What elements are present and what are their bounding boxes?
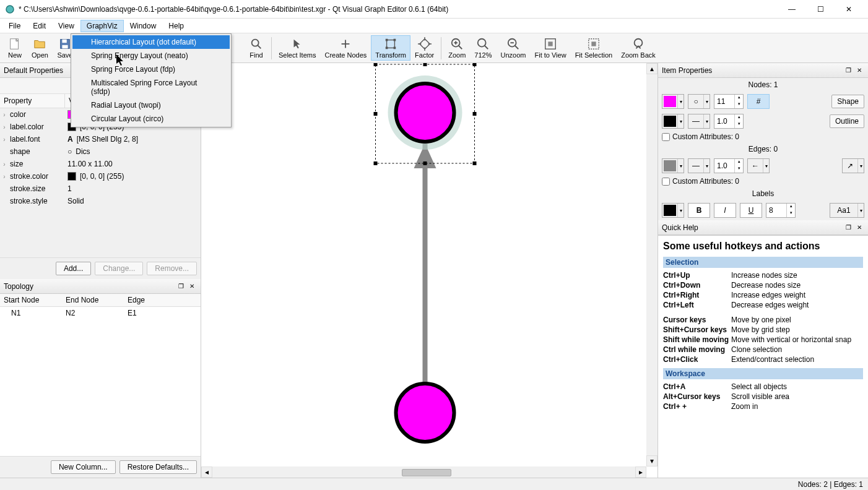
remove-prop-button[interactable]: Remove... (147, 262, 197, 275)
edge-custom-attrs-check[interactable] (662, 178, 670, 186)
svg-line-21 (515, 46, 519, 49)
edge-style[interactable]: —▾ (688, 158, 710, 173)
stroke-style[interactable]: —▾ (688, 114, 710, 129)
topology-columns: Start Node End Node Edge (0, 294, 201, 307)
tb-zoom-pct[interactable]: 712% (470, 35, 496, 61)
quickhelp-body[interactable]: Some useful hotkeys and actions Selectio… (658, 235, 868, 478)
window-title: * C:\Users\Ashwin\Downloads\qvge-0.6.1-p… (19, 5, 778, 14)
svg-line-19 (485, 46, 488, 49)
tb-find[interactable]: Find (244, 35, 269, 61)
graph-canvas[interactable]: ▴ ▾ ◂ ▸ (201, 63, 658, 478)
menu-view[interactable]: View (52, 20, 80, 32)
menu-edit[interactable]: Edit (27, 20, 52, 32)
add-prop-button[interactable]: Add... (56, 262, 91, 275)
tb-fit-selection[interactable]: Fit Selection (571, 35, 617, 61)
menu-help[interactable]: Help (162, 20, 190, 32)
italic-button[interactable]: I (714, 203, 736, 218)
prop-row[interactable]: ›stroke.color[0, 0, 0] (255) (0, 170, 201, 183)
topology-float-icon[interactable]: ❐ (176, 282, 186, 291)
svg-rect-11 (394, 39, 396, 41)
underline-button[interactable]: U (740, 203, 762, 218)
quickhelp-close-icon[interactable]: ✕ (854, 223, 864, 233)
edge-color[interactable]: ▾ (662, 158, 684, 173)
prop-row[interactable]: shape○Dics (0, 145, 201, 158)
canvas-scrollbar-v[interactable]: ▴ ▾ (646, 63, 658, 466)
prop-row[interactable]: ›size11.00 x 11.00 (0, 158, 201, 170)
node-shape-icon[interactable]: ○▾ (688, 94, 710, 109)
svg-rect-45 (423, 161, 427, 165)
itemprops-float-icon[interactable]: ❐ (843, 66, 853, 75)
svg-point-18 (478, 39, 486, 47)
dd-radial[interactable]: Radial Layout (twopi) (72, 98, 230, 112)
tb-new[interactable]: New (2, 35, 27, 61)
dd-multiscaled[interactable]: Multiscaled Spring Force Layout (sfdp) (72, 76, 230, 98)
hash-toggle[interactable]: # (747, 94, 770, 109)
tb-create-nodes[interactable]: Create Nodes (320, 35, 371, 61)
menu-window[interactable]: Window (124, 20, 163, 32)
stroke-color[interactable]: ▾ (662, 114, 684, 129)
quickhelp-row: Ctrl+ +Zoom in (663, 402, 863, 411)
bold-button[interactable]: B (688, 203, 710, 218)
label-color[interactable]: ▾ (662, 203, 684, 218)
new-column-button[interactable]: New Column... (51, 460, 116, 474)
canvas-scrollbar-h[interactable]: ◂ ▸ (201, 466, 646, 478)
prop-row[interactable]: stroke.size1 (0, 183, 201, 195)
svg-line-6 (258, 45, 261, 49)
menu-bar: File Edit View GraphViz Window Help (0, 19, 868, 33)
edge-arrow-end[interactable]: ↗▾ (842, 158, 864, 173)
node-custom-attrs-check[interactable] (662, 133, 670, 141)
svg-rect-44 (374, 161, 378, 165)
prop-row[interactable]: ›label.fontA[MS Shell Dlg 2, 8] (0, 133, 201, 145)
close-button[interactable]: ✕ (835, 0, 863, 19)
dd-hierarchical[interactable]: Hierarchical Layout (dot default) (72, 35, 230, 49)
svg-point-35 (396, 384, 454, 442)
edge-width-spin[interactable]: ▴▾ (714, 158, 744, 173)
svg-rect-43 (473, 112, 477, 116)
svg-rect-3 (62, 40, 66, 43)
menu-file[interactable]: File (2, 20, 27, 32)
dd-spring-force[interactable]: Spring Force Layout (fdp) (72, 62, 230, 76)
restore-defaults-button[interactable]: Restore Defaults... (119, 460, 197, 474)
tb-zoom[interactable]: Zoom (444, 35, 470, 61)
topology-rows: N1N2E1 (0, 307, 201, 456)
stroke-width-spin[interactable]: ▴▾ (714, 114, 744, 129)
quickhelp-row: Ctrl+UpIncrease nodes size (663, 270, 863, 280)
right-panel: Item Properties ❐ ✕ Nodes: 1 ▾ ○▾ ▴▾ # S… (658, 63, 868, 478)
quickhelp-row: Ctrl+ASelect all objects (663, 382, 863, 392)
svg-rect-39 (374, 63, 378, 66)
tb-zoom-back[interactable]: Zoom Back (617, 35, 660, 61)
prop-rows: ›color[255, 0, 255] (255)›label.color[0,… (0, 108, 201, 257)
shape-button[interactable]: Shape (831, 95, 864, 108)
font-size-spin[interactable]: ▴▾ (766, 203, 796, 218)
minimize-button[interactable]: — (778, 0, 806, 19)
maximize-button[interactable]: ☐ (806, 0, 835, 19)
quickhelp-row: Alt+Cursor keysScroll visible area (663, 392, 863, 402)
dd-circular[interactable]: Circular Layout (circo) (72, 112, 230, 126)
svg-point-0 (6, 6, 14, 13)
prop-row[interactable]: stroke.styleSolid (0, 195, 201, 207)
graph-svg (201, 63, 658, 478)
svg-rect-9 (387, 40, 395, 48)
dd-spring-energy[interactable]: Spring Energy Layout (neato) (72, 49, 230, 62)
node-fill-color[interactable]: ▾ (662, 94, 684, 109)
tb-select-items[interactable]: Select Items (274, 35, 321, 61)
tb-open[interactable]: Open (27, 35, 53, 61)
tb-transform[interactable]: Transform (371, 35, 410, 61)
svg-rect-10 (386, 39, 388, 41)
topology-close-icon[interactable]: ✕ (187, 282, 197, 291)
change-prop-button[interactable]: Change... (95, 262, 143, 275)
topology-header: Topology ❐ ✕ (0, 279, 201, 294)
outline-button[interactable]: Outline (830, 114, 864, 128)
itemprops-close-icon[interactable]: ✕ (854, 66, 864, 75)
node-size-spin[interactable]: ▴▾ (714, 94, 744, 109)
quickhelp-float-icon[interactable]: ❐ (843, 223, 853, 233)
topology-row[interactable]: N1N2E1 (0, 307, 201, 319)
quickhelp-row: Cursor keysMove by one pixel (663, 315, 863, 325)
font-family[interactable]: Aa1▾ (830, 203, 864, 218)
svg-point-37 (396, 84, 454, 142)
tb-factor[interactable]: Factor (410, 35, 438, 61)
menu-graphviz[interactable]: GraphViz (80, 20, 124, 32)
edge-arrow-start[interactable]: ←▾ (747, 158, 770, 173)
tb-fit-view[interactable]: Fit to View (530, 35, 570, 61)
tb-unzoom[interactable]: Unzoom (497, 35, 531, 61)
